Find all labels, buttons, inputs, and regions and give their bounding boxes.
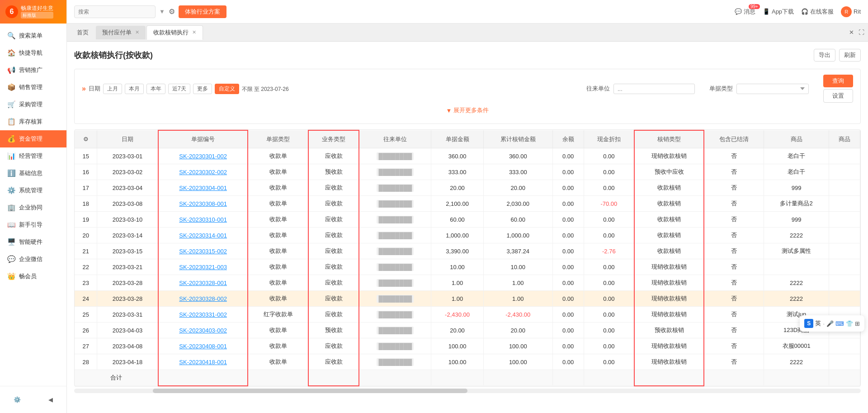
marketing-icon: 📢 <box>7 66 15 74</box>
sidebar-item-search[interactable]: 🔍 搜索菜单 <box>0 27 66 44</box>
table-cell: 衣服00001 <box>764 338 829 354</box>
tab-home[interactable]: 首页 <box>71 26 95 39</box>
gear-icon[interactable]: ⚙ <box>169 7 175 16</box>
dropdown-icon[interactable]: ▼ <box>159 8 165 15</box>
tab-writeoff-close[interactable]: ✕ <box>192 29 196 35</box>
notification-area[interactable]: 💬 消息 99+ <box>735 8 755 16</box>
sidebar-collapse-btn[interactable]: ◀ <box>41 393 60 407</box>
voucher-link[interactable]: SK-20230403-002 <box>179 327 227 334</box>
sidebar-item-hardware[interactable]: 🖥️ 智能硬件 <box>0 233 66 251</box>
keyboard-icon[interactable]: ⌨ <box>835 320 844 327</box>
tab-prepay-close[interactable]: ✕ <box>135 29 139 35</box>
table-cell[interactable]: SK-20230321-003 <box>158 259 248 275</box>
date-last-month[interactable]: 上月 <box>103 84 122 94</box>
voucher-link[interactable]: SK-20230418-001 <box>179 359 227 366</box>
voucher-link[interactable]: SK-20230301-002 <box>179 153 227 160</box>
date-custom[interactable]: 自定义 <box>215 84 239 94</box>
table-cell: 收款单 <box>248 164 308 180</box>
voucher-link[interactable]: SK-20230314-001 <box>179 232 227 239</box>
sidebar-item-quicknav[interactable]: 🏠 快捷导航 <box>0 44 66 62</box>
shirt-icon[interactable]: 👕 <box>846 320 853 327</box>
sidebar-item-member[interactable]: 👑 畅会员 <box>0 268 66 285</box>
sidebar-item-wechat[interactable]: 💬 企业微信 <box>0 251 66 268</box>
table-cell: 0.00 <box>584 164 634 180</box>
col-product1: 商品 <box>764 130 829 148</box>
expand-conditions-btn[interactable]: ▼ 展开更多条件 <box>446 106 489 114</box>
sidebar-item-marketing[interactable]: 📢 营销推广 <box>0 62 66 79</box>
sidebar-item-enterprise[interactable]: 🏢 企业协同 <box>0 199 66 216</box>
table-row: 172023-03-04SK-20230304-001收款单应收款███████… <box>75 180 860 196</box>
search-input[interactable] <box>74 5 156 18</box>
table-cell[interactable]: SK-20230331-002 <box>158 307 248 323</box>
filter-toggle-icon[interactable]: » <box>82 85 86 93</box>
col-settings[interactable]: ⚙ <box>75 130 97 148</box>
voucher-link[interactable]: SK-20230310-001 <box>179 216 227 223</box>
table-cell: -70.00 <box>584 196 634 212</box>
tab-prepay[interactable]: 预付应付单 ✕ <box>96 26 146 39</box>
sidebar-item-guide[interactable]: 📖 新手引导 <box>0 216 66 233</box>
filter-settings-button[interactable]: 设置 <box>823 89 853 103</box>
table-cell: 现销收款核销 <box>634 354 704 370</box>
voucher-link[interactable]: SK-20230331-002 <box>179 311 227 318</box>
tab-maximize-icon[interactable]: ⛶ <box>859 29 864 36</box>
voucher-link[interactable]: SK-20230321-003 <box>179 264 227 271</box>
voucher-link[interactable]: SK-20230304-001 <box>179 185 227 191</box>
date-this-month[interactable]: 本月 <box>125 84 144 94</box>
table-cell[interactable]: SK-20230408-001 <box>158 338 248 354</box>
table-cell[interactable]: SK-20230302-002 <box>158 164 248 180</box>
voucher-link[interactable]: SK-20230308-001 <box>179 200 227 207</box>
notification-icon: 💬 <box>735 8 742 15</box>
query-button[interactable]: 查询 <box>823 75 853 87</box>
table-cell[interactable]: SK-20230328-002 <box>158 291 248 307</box>
voucher-link[interactable]: SK-20230302-002 <box>179 169 227 176</box>
table-cell: ████████ <box>359 148 431 164</box>
user-info[interactable]: R Rit <box>841 6 861 17</box>
tab-close-icon[interactable]: ✕ <box>849 29 854 36</box>
tab-writeoff[interactable]: 收款核销执行 ✕ <box>146 25 203 40</box>
sidebar-item-inventory[interactable]: 📋 库存核算 <box>0 113 66 130</box>
sidebar-settings-btn[interactable]: ⚙️ <box>6 393 28 407</box>
table-row: 252023-03-31SK-20230331-002红字收款单应收款█████… <box>75 307 860 323</box>
horizontal-scrollbar[interactable] <box>74 389 861 393</box>
table-cell[interactable]: SK-20230328-001 <box>158 275 248 291</box>
table-cell: 收款单 <box>248 180 308 196</box>
export-button[interactable]: 导出 <box>814 49 835 62</box>
sidebar-item-purchase[interactable]: 🛒 采购管理 <box>0 96 66 113</box>
sidebar-item-system[interactable]: ⚙️ 系统管理 <box>0 182 66 199</box>
table-cell <box>764 259 829 275</box>
sidebar-item-sales[interactable]: 📦 销售管理 <box>0 79 66 96</box>
table-header-row: ⚙ 日期 单据编号 单据类型 业务类型 往来单位 单据金额 累计核销金额 余额 … <box>75 130 860 148</box>
table-cell: 21 <box>75 243 97 259</box>
solution-button[interactable]: 体验行业方案 <box>179 5 226 18</box>
table-cell[interactable]: SK-20230304-001 <box>158 180 248 196</box>
table-cell: 0.00 <box>552 259 584 275</box>
table-cell[interactable]: SK-20230315-002 <box>158 243 248 259</box>
mic-icon[interactable]: 🎤 <box>826 320 834 327</box>
voucher-link[interactable]: SK-20230328-001 <box>179 280 227 286</box>
voucher-type-select[interactable] <box>736 84 809 94</box>
sidebar-item-operation[interactable]: 📊 经营管理 <box>0 147 66 165</box>
col-voucher-num: 单据编号 <box>158 130 248 148</box>
table-cell[interactable]: SK-20230418-001 <box>158 354 248 370</box>
table-cell[interactable]: SK-20230308-001 <box>158 196 248 212</box>
table-cell[interactable]: SK-20230314-001 <box>158 228 248 243</box>
voucher-link[interactable]: SK-20230328-002 <box>179 295 227 302</box>
partner-input[interactable] <box>613 84 695 94</box>
sidebar-item-basic[interactable]: ℹ️ 基础信息 <box>0 165 66 182</box>
table-cell: 收款单 <box>248 196 308 212</box>
date-more[interactable]: 更多 <box>193 84 212 94</box>
table-cell: 否 <box>704 323 764 338</box>
date-7days[interactable]: 近7天 <box>168 84 190 94</box>
voucher-link[interactable]: SK-20230408-001 <box>179 343 227 350</box>
online-service[interactable]: 🎧 在线客服 <box>801 8 834 16</box>
voucher-link[interactable]: SK-20230315-002 <box>179 248 227 255</box>
refresh-button[interactable]: 刷新 <box>839 49 861 62</box>
table-row: 202023-03-14SK-20230314-001收款单应收款███████… <box>75 228 860 243</box>
table-cell[interactable]: SK-20230403-002 <box>158 323 248 338</box>
app-download[interactable]: 📱 App下载 <box>763 8 794 16</box>
table-cell[interactable]: SK-20230301-002 <box>158 148 248 164</box>
table-cell[interactable]: SK-20230310-001 <box>158 212 248 228</box>
sidebar-item-finance[interactable]: 💰 资金管理 <box>0 130 66 147</box>
apps-icon[interactable]: ⊞ <box>855 320 860 327</box>
date-this-year[interactable]: 本年 <box>146 84 165 94</box>
